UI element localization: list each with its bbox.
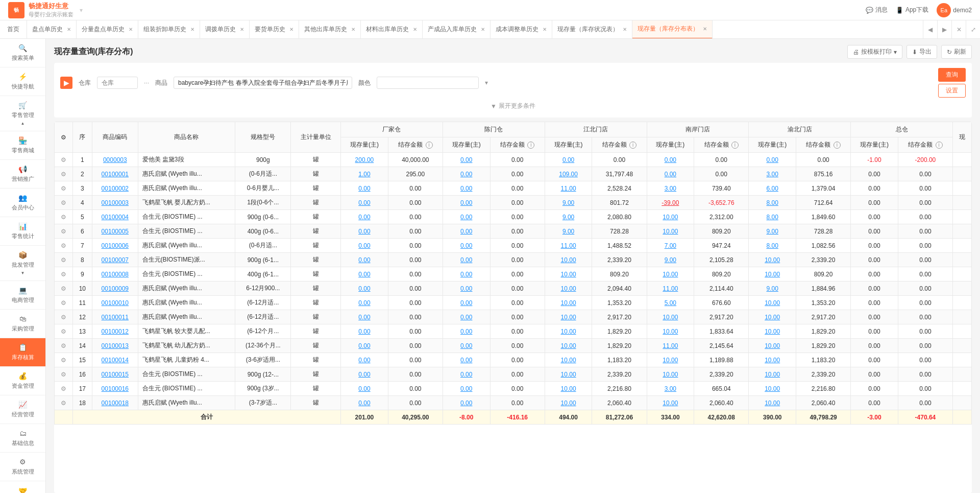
tab-stocktake[interactable]: 盘点单历史 ✕ xyxy=(27,20,77,39)
refresh-btn[interactable]: ↻ 刷新 xyxy=(941,45,972,59)
sidebar-item-operation[interactable]: 📈 经营管理 xyxy=(0,395,45,424)
sidebar-item-stock[interactable]: 📋 库存核算 xyxy=(0,338,45,367)
cell-fac-qty-2: 0.00 xyxy=(341,181,388,196)
message-btn[interactable]: 💬 消息 xyxy=(866,6,888,14)
jb-amt-info[interactable]: i xyxy=(629,142,636,149)
tab-close-substock[interactable]: ✕ xyxy=(129,27,133,32)
color-input[interactable] xyxy=(377,77,479,89)
filter-collapse-btn[interactable]: ▶ xyxy=(60,77,72,89)
tab-prev-btn[interactable]: ◀ xyxy=(923,20,937,39)
tab-stock-status[interactable]: 现存量（库存状况表） ✕ xyxy=(552,20,632,39)
color-dropdown-icon[interactable]: ▾ xyxy=(485,79,488,86)
tab-transfer[interactable]: 调拨单历史 ✕ xyxy=(200,20,250,39)
filter-expand-btn[interactable]: ▼ 展开更多条件 xyxy=(60,100,966,112)
sidebar-item-marketing[interactable]: 📢 营销推广 xyxy=(0,160,45,189)
set-button[interactable]: 设置 xyxy=(938,84,966,98)
cell-settings-3[interactable]: ⚙ xyxy=(55,196,73,210)
sidebar-item-system[interactable]: ⚙ 系统管理 xyxy=(0,453,45,481)
tab-next-btn[interactable]: ▶ xyxy=(937,20,951,39)
cell-settings-6[interactable]: ⚙ xyxy=(55,239,73,253)
cell-settings-2[interactable]: ⚙ xyxy=(55,181,73,196)
tab-close-stock-dist[interactable]: ✕ xyxy=(703,26,707,32)
tab-other-out[interactable]: 其他出库单历史 ✕ xyxy=(299,20,361,39)
tab-close-stock-status[interactable]: ✕ xyxy=(623,27,627,32)
sidebar-item-retail[interactable]: 🛒 零售管理 ▲ xyxy=(0,96,45,131)
tab-close-other-out[interactable]: ✕ xyxy=(351,27,355,32)
cell-settings-10[interactable]: ⚙ xyxy=(55,296,73,310)
tab-product-in[interactable]: 产成品入库单历史 ✕ xyxy=(423,20,491,39)
cell-na-amt-10: 676.60 xyxy=(694,296,749,310)
cell-chen-qty-3: 0.00 xyxy=(443,196,490,210)
table-container[interactable]: ⚙ 序 商品编码 商品名称 规格型号 主计量单位 厂家仓 陈门仓 江北门店 南岸… xyxy=(54,122,972,493)
tab-close-requisition[interactable]: ✕ xyxy=(289,27,293,32)
subtitle-dropdown-icon[interactable]: ▾ xyxy=(80,7,83,14)
sidebar-item-enterprise[interactable]: 🤝 企业协同 xyxy=(0,481,45,493)
fac-amt-info[interactable]: i xyxy=(426,142,433,149)
cell-settings-4[interactable]: ⚙ xyxy=(55,210,73,224)
sidebar-item-nav[interactable]: ⚡ 快捷导航 xyxy=(0,67,45,96)
cell-settings-5[interactable]: ⚙ xyxy=(55,224,73,239)
cell-settings-0[interactable]: ⚙ xyxy=(55,153,73,167)
tab-close-cost-adj[interactable]: ✕ xyxy=(543,27,547,32)
summary-chen-qty: -8.00 xyxy=(443,410,490,425)
th-settings[interactable]: ⚙ xyxy=(55,122,73,153)
tab-close-all-btn[interactable]: ✕ xyxy=(951,20,966,39)
na-amt-info[interactable]: i xyxy=(731,142,739,149)
cell-settings-7[interactable]: ⚙ xyxy=(55,253,73,267)
cell-jb-amt-4: 2,080.80 xyxy=(592,210,647,224)
cell-chen-amt-1: 0.00 xyxy=(490,167,545,181)
cell-settings-15[interactable]: ⚙ xyxy=(55,367,73,382)
yb-amt-info[interactable]: i xyxy=(834,142,841,149)
cell-settings-17[interactable]: ⚙ xyxy=(55,396,73,410)
goods-input[interactable] xyxy=(174,77,352,89)
th-yb-amt: 结存金额 i xyxy=(796,137,851,153)
chen-amt-info[interactable]: i xyxy=(527,142,534,149)
sidebar-item-finance[interactable]: 💰 资金管理 xyxy=(0,367,45,395)
cell-spec-2: 0-6月婴儿... xyxy=(235,181,291,196)
tab-requisition[interactable]: 要货单历史 ✕ xyxy=(250,20,299,39)
sidebar-item-purchase[interactable]: 🛍 采购管理 xyxy=(0,310,45,338)
sidebar-item-basic[interactable]: 🗂 基础信息 xyxy=(0,424,45,453)
cell-settings-9[interactable]: ⚙ xyxy=(55,281,73,296)
tab-close-transfer[interactable]: ✕ xyxy=(240,27,244,32)
sidebar-item-retail-stat[interactable]: 📊 零售统计 xyxy=(0,217,45,246)
cell-chen-amt-15: 0.00 xyxy=(490,367,545,382)
print-btn[interactable]: 🖨 按模板打印 ▾ xyxy=(847,45,902,59)
cell-settings-11[interactable]: ⚙ xyxy=(55,310,73,324)
tab-substock[interactable]: 分量盘点单历史 ✕ xyxy=(77,20,138,39)
tab-close-combo[interactable]: ✕ xyxy=(190,27,194,32)
sidebar-item-retail-shop[interactable]: 🏪 零售商城 xyxy=(0,131,45,160)
cell-total-qty-8: 0.00 xyxy=(851,267,898,281)
tab-expand-btn[interactable]: ⤢ xyxy=(966,20,980,39)
tab-material-out[interactable]: 材料出库单历史 ✕ xyxy=(361,20,423,39)
tab-close-material-out[interactable]: ✕ xyxy=(413,27,417,32)
cell-settings-8[interactable]: ⚙ xyxy=(55,267,73,281)
total-amt-info[interactable]: i xyxy=(936,142,943,149)
query-button[interactable]: 查询 xyxy=(938,68,966,82)
cell-index-12: 13 xyxy=(72,324,92,339)
tab-close-stocktake[interactable]: ✕ xyxy=(67,27,71,32)
cell-jb-amt-0: 0.00 xyxy=(592,153,647,167)
tab-stock-dist[interactable]: 现存量（库存分布表） ✕ xyxy=(632,20,713,39)
cell-settings-1[interactable]: ⚙ xyxy=(55,167,73,181)
cell-name-15: 合生元 (BIOSTIME) ... xyxy=(138,367,235,382)
cell-code-12: 00100012 xyxy=(92,324,138,339)
warehouse-more-btn[interactable]: ··· xyxy=(144,79,149,86)
tab-close-product-in[interactable]: ✕ xyxy=(481,27,485,32)
tab-cost-adj[interactable]: 成本调整单历史 ✕ xyxy=(491,20,552,39)
tab-combo[interactable]: 组装折卸单历史 ✕ xyxy=(138,20,200,39)
app-download-btn[interactable]: 📱 App下载 xyxy=(896,6,928,14)
sidebar-item-member[interactable]: 👥 会员中心 xyxy=(0,189,45,217)
export-btn[interactable]: ⬇ 导出 xyxy=(906,45,937,59)
cell-settings-12[interactable]: ⚙ xyxy=(55,324,73,339)
cell-settings-13[interactable]: ⚙ xyxy=(55,339,73,353)
warehouse-input[interactable] xyxy=(97,77,138,89)
cell-settings-16[interactable]: ⚙ xyxy=(55,382,73,396)
sidebar-item-wholesale[interactable]: 📦 批发管理 ▼ xyxy=(0,246,45,281)
cell-chen-amt-2: 0.00 xyxy=(490,181,545,196)
sidebar-item-search[interactable]: 🔍 搜索英单 xyxy=(0,39,45,67)
user-profile[interactable]: Ea demo2 xyxy=(937,3,972,17)
cell-settings-14[interactable]: ⚙ xyxy=(55,353,73,367)
sidebar-item-ecommerce[interactable]: 💻 电商管理 xyxy=(0,281,45,310)
tab-home[interactable]: 首页 xyxy=(0,20,27,39)
